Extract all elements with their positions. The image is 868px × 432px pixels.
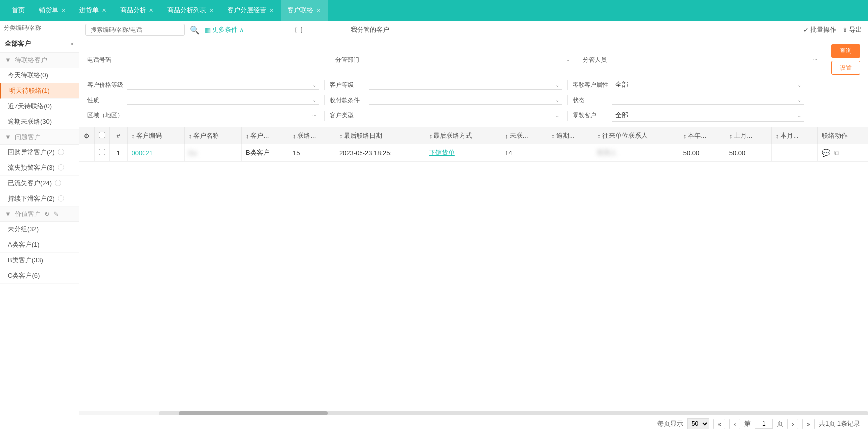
search-input[interactable] <box>85 24 185 36</box>
filter-select-gender[interactable]: ⌄ <box>127 96 319 105</box>
action-icons: 💬 ⧉ <box>822 149 864 157</box>
td-code[interactable]: 000021 <box>127 144 184 162</box>
info-icon-churn-warning: ⓘ <box>58 164 64 171</box>
sidebar-item-class-a[interactable]: A类客户(1) <box>0 237 79 253</box>
chevron-down-icon-7: ⌄ <box>797 97 801 103</box>
td-last-method[interactable]: 下销货单 <box>425 144 501 162</box>
batch-operation-button[interactable]: ✓ 批量操作 <box>803 25 836 34</box>
sidebar-item-class-b[interactable]: B类客户(33) <box>0 253 79 268</box>
chevron-down-icon-3: ⌄ <box>555 82 559 88</box>
close-customer-contact[interactable]: ✕ <box>316 7 321 14</box>
grid-icon[interactable]: ⧉ <box>834 149 839 157</box>
nav-customer-contact[interactable]: 客户联络 ✕ <box>281 0 328 21</box>
select-all-checkbox[interactable] <box>99 132 105 138</box>
query-button[interactable]: 查询 <box>831 44 860 58</box>
divider-2 <box>578 55 578 65</box>
sidebar-item-class-c[interactable]: C类客户(6) <box>0 268 79 284</box>
last-page-button[interactable]: » <box>802 419 815 429</box>
close-product-analysis[interactable]: ✕ <box>149 7 153 14</box>
filter-label-customer-type: 客户类型 <box>330 111 369 120</box>
nav-product-analysis[interactable]: 商品分析 ✕ <box>113 0 160 21</box>
filter-select-retail-customer[interactable]: 全部 ⌄ <box>612 109 804 122</box>
filter-select-status[interactable]: ⌄ <box>612 96 804 105</box>
close-sales-order[interactable]: ✕ <box>61 7 66 14</box>
settings-button[interactable]: 设置 <box>831 61 860 75</box>
filter-field-customer-type: 客户类型 ⌄ <box>330 111 562 120</box>
row-checkbox[interactable] <box>99 149 105 155</box>
filter-actions: 查询 设置 <box>831 44 860 75</box>
filter-field-manager: 分管人员 ··· <box>583 55 820 64</box>
filter-select-value-grade[interactable]: ⌄ <box>127 81 319 90</box>
search-button[interactable]: 🔍 <box>190 25 200 35</box>
td-name: Ea <box>184 144 241 162</box>
export-button[interactable]: ⇪ 导出 <box>842 25 862 34</box>
first-page-button[interactable]: « <box>713 419 725 429</box>
filter-label-retail-customer: 零散客户 <box>573 111 612 120</box>
filter-label-retail-attr: 零散客户属性 <box>573 81 612 89</box>
advanced-filter-panel: 电话号码 分管部门 ⌄ 分管人员 ··· <box>79 39 868 127</box>
close-product-analysis-list[interactable]: ✕ <box>209 7 214 14</box>
value-edit-icon[interactable]: ✎ <box>53 210 59 217</box>
sort-icon-6: ↕ <box>429 132 433 140</box>
nav-customer-tier[interactable]: 客户分层经营 ✕ <box>220 0 281 21</box>
td-this-month <box>771 144 817 162</box>
horizontal-scrollbar[interactable] <box>79 411 868 415</box>
info-icon-churned: ⓘ <box>55 179 61 187</box>
filter-field-gender: 性质 ⌄ <box>87 96 319 105</box>
page-input[interactable] <box>755 419 773 429</box>
filter-label-customer-grade: 客户等级 <box>330 81 369 89</box>
nav-home[interactable]: 首页 <box>5 0 32 21</box>
sidebar-item-churned[interactable]: 已流失客户(24) ⓘ <box>0 176 79 191</box>
filter-label-dept: 分管部门 <box>335 56 375 64</box>
sidebar-item-repurchase-abnormal[interactable]: 回购异常客户(2) ⓘ <box>0 145 79 160</box>
filter-label-phone: 电话号码 <box>87 56 127 64</box>
more-conditions-button[interactable]: ▦ 更多条件 ∧ <box>205 25 244 34</box>
filter-field-status: 状态 ⌄ <box>573 96 804 105</box>
td-check[interactable] <box>94 144 109 162</box>
filter-select-manager[interactable]: ··· <box>623 55 820 64</box>
filter-select-retail-attr[interactable]: 全部 ⌄ <box>612 79 804 91</box>
td-settings <box>79 144 94 162</box>
customer-table: ⚙ # ↕ 客户编码 <box>79 127 868 162</box>
filter-input-phone[interactable] <box>127 55 325 65</box>
filter-label-manager: 分管人员 <box>583 56 623 64</box>
nav-purchase-order[interactable]: 进货单 ✕ <box>72 0 113 21</box>
chevron-down-icon-8: ⌄ <box>555 113 559 118</box>
th-settings[interactable]: ⚙ <box>79 127 94 144</box>
my-customers-checkbox[interactable]: 我分管的客户 <box>249 25 389 34</box>
filter-select-customer-type[interactable]: ⌄ <box>369 111 562 120</box>
chevron-down-icon: ⌄ <box>566 57 570 62</box>
sidebar-item-overdue-contact[interactable]: 逾期未联络(30) <box>0 114 79 130</box>
sidebar-item-7days-contact[interactable]: 近7天待联络(0) <box>0 99 79 114</box>
close-purchase-order[interactable]: ✕ <box>102 7 106 14</box>
sort-icon-3: ↕ <box>246 132 249 140</box>
sidebar-item-churn-warning[interactable]: 流失预警客户(3) ⓘ <box>0 160 79 176</box>
sidebar-item-ungrouped[interactable]: 未分组(32) <box>0 222 79 237</box>
filter-select-region[interactable]: ··· <box>127 111 319 120</box>
close-customer-tier[interactable]: ✕ <box>269 7 274 14</box>
th-last-month: ↕ 上月... <box>725 127 771 144</box>
value-refresh-icon[interactable]: ↻ <box>44 210 50 217</box>
filter-select-payment[interactable]: ⌄ <box>369 96 562 105</box>
sidebar-item-continuous-decline[interactable]: 持续下滑客户(2) ⓘ <box>0 191 79 207</box>
export-icon: ⇪ <box>842 26 848 34</box>
th-check[interactable] <box>94 127 109 144</box>
per-page-select[interactable]: 50 <box>687 418 709 429</box>
my-customers-check[interactable] <box>249 27 349 33</box>
sidebar-all-customers[interactable]: 全部客户 « <box>0 35 79 53</box>
next-page-button[interactable]: › <box>787 419 798 429</box>
filter-select-dept[interactable]: ⌄ <box>375 55 573 64</box>
sidebar-group-problem-customers: ▼ 问题客户 <box>0 130 79 145</box>
filter-select-customer-grade[interactable]: ⌄ <box>369 81 562 90</box>
sidebar-item-tomorrow-contact[interactable]: 明天待联络(1) <box>0 83 79 99</box>
filter-bar-right: ✓ 批量操作 ⇪ 导出 <box>803 25 862 34</box>
nav-sales-order[interactable]: 销货单 ✕ <box>32 0 72 21</box>
message-icon[interactable]: 💬 <box>822 149 830 157</box>
sidebar-item-today-contact[interactable]: 今天待联络(0) <box>0 68 79 83</box>
td-type: B类客户 <box>241 144 289 162</box>
prev-page-button[interactable]: ‹ <box>729 419 740 429</box>
sidebar-search-input[interactable] <box>4 24 78 31</box>
nav-product-analysis-list[interactable]: 商品分析列表 ✕ <box>160 0 220 21</box>
settings-icon[interactable]: ⚙ <box>84 132 90 140</box>
customer-table-wrapper: ⚙ # ↕ 客户编码 <box>79 127 868 411</box>
